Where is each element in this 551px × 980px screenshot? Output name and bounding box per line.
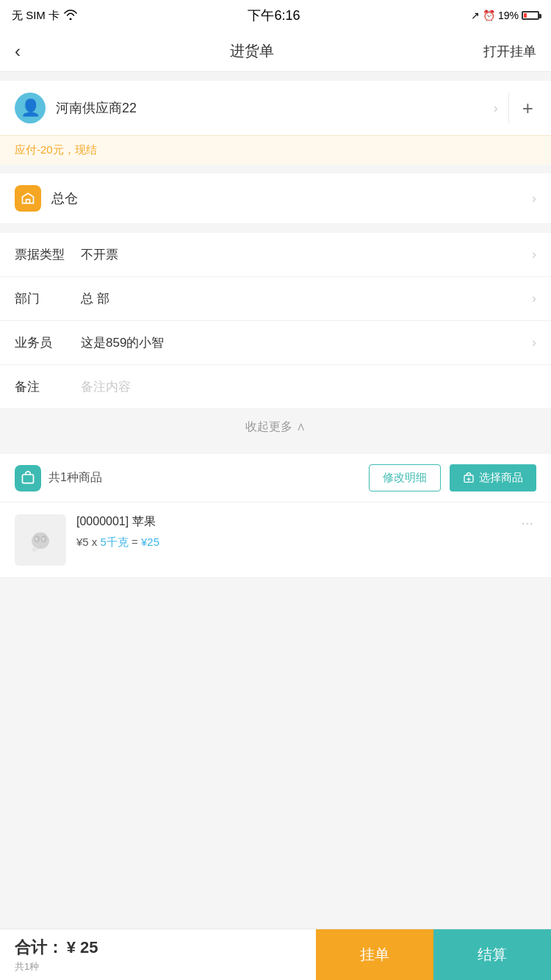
product-icon — [15, 465, 41, 491]
battery-percent: 19% — [498, 10, 519, 21]
status-right: ↗ ⏰ 19% — [471, 10, 539, 21]
invoice-label: 票据类型 — [15, 246, 73, 263]
bottom-spacer — [0, 578, 551, 637]
invoice-row[interactable]: 票据类型 不开票 › — [0, 233, 551, 277]
remark-row[interactable]: 备注 备注内容 — [0, 365, 551, 409]
gap-3 — [0, 224, 551, 233]
divider — [508, 93, 509, 123]
supplier-section: 👤 河南供应商22 › + 应付-20元，现结 — [0, 81, 551, 165]
collapse-label: 收起更多 ∧ — [245, 419, 305, 435]
product-title: 苹果 — [132, 515, 156, 527]
product-header: 共1种商品 修改明细 选择商品 — [0, 454, 551, 502]
product-price: ¥5 — [76, 536, 89, 548]
svg-point-8 — [43, 538, 45, 540]
warehouse-section: 总仓 › — [0, 173, 551, 224]
checkout-button[interactable]: 结算 — [433, 929, 551, 980]
warehouse-name: 总仓 — [51, 190, 532, 207]
sales-row[interactable]: 业务员 这是859的小智 › — [0, 321, 551, 365]
sales-label: 业务员 — [15, 334, 73, 351]
product-price-row: ¥5 x 5千克 = ¥25 — [76, 536, 518, 550]
sales-chevron-icon: › — [532, 335, 536, 350]
notice-text: 应付-20元，现结 — [15, 143, 97, 156]
gap-2 — [0, 165, 551, 173]
bottom-bar: 合计： ¥ 25 共1种 挂单 结算 — [0, 929, 551, 980]
chevron-right-icon: › — [494, 101, 498, 116]
status-time: 下午6:16 — [248, 7, 300, 24]
dept-label: 部门 — [15, 290, 73, 307]
dept-row[interactable]: 部门 总 部 › — [0, 277, 551, 321]
alarm-icon: ⏰ — [483, 10, 495, 21]
svg-point-7 — [37, 538, 38, 540]
status-bar: 无 SIM 卡 下午6:16 ↗ ⏰ 19% — [0, 0, 551, 31]
open-pending-button[interactable]: 打开挂单 — [483, 43, 536, 60]
remark-placeholder: 备注内容 — [73, 378, 536, 395]
product-count-area: 共1种商品 — [15, 465, 102, 491]
dept-value: 总 部 — [73, 290, 532, 307]
form-section: 票据类型 不开票 › 部门 总 部 › 业务员 这是859的小智 › 备注 备注… — [0, 233, 551, 409]
avatar-icon: 👤 — [21, 98, 40, 118]
product-item: 督+ [0000001] 苹果 ¥5 x 5千克 = ¥25 ··· — [0, 502, 551, 578]
hold-button[interactable]: 挂单 — [316, 929, 433, 980]
collapse-button[interactable]: 收起更多 ∧ — [0, 409, 551, 445]
product-name: [0000001] 苹果 — [76, 514, 518, 530]
total-main: 合计： ¥ 25 — [15, 937, 301, 959]
supplier-name: 河南供应商22 — [56, 99, 494, 117]
supplier-avatar: 👤 — [15, 93, 46, 123]
invoice-value: 不开票 — [73, 246, 532, 263]
svg-text:督+: 督+ — [32, 547, 38, 552]
more-options-button[interactable]: ··· — [518, 514, 536, 531]
product-count: 共1种商品 — [48, 470, 102, 486]
product-thumbnail: 督+ — [15, 514, 66, 566]
invoice-chevron-icon: › — [532, 247, 536, 262]
multiply-sign: x — [92, 536, 101, 548]
add-button[interactable]: + — [519, 97, 536, 120]
svg-rect-0 — [23, 475, 34, 483]
dept-chevron-icon: › — [532, 291, 536, 306]
product-section: 共1种商品 修改明细 选择商品 — [0, 454, 551, 578]
gap-4 — [0, 445, 551, 454]
warehouse-chevron-icon: › — [532, 191, 536, 206]
product-actions: 修改明细 选择商品 — [369, 464, 536, 491]
total-value: ¥ 25 — [67, 938, 98, 956]
warehouse-row[interactable]: 总仓 › — [0, 173, 551, 224]
location-icon: ↗ — [471, 10, 480, 21]
battery-icon — [522, 11, 539, 20]
sales-value: 这是859的小智 — [73, 334, 532, 351]
product-info: [0000001] 苹果 ¥5 x 5千克 = ¥25 — [76, 514, 518, 550]
total-area: 合计： ¥ 25 共1种 — [0, 929, 316, 980]
gap-1 — [0, 72, 551, 81]
select-product-button[interactable]: 选择商品 — [450, 464, 536, 491]
product-qty: 5千克 — [101, 536, 129, 548]
remark-label: 备注 — [15, 378, 73, 395]
back-button[interactable]: ‹ — [15, 41, 21, 62]
edit-detail-button[interactable]: 修改明细 — [369, 464, 441, 491]
notice-bar: 应付-20元，现结 — [0, 135, 551, 165]
status-left: 无 SIM 卡 — [12, 9, 77, 23]
warehouse-icon — [15, 185, 41, 212]
equals-sign: = — [132, 536, 141, 548]
select-product-label: 选择商品 — [479, 471, 523, 485]
page-title: 进货单 — [230, 41, 274, 61]
wifi-icon — [64, 10, 77, 22]
total-sub: 共1种 — [15, 960, 301, 973]
product-code: [0000001] — [76, 515, 129, 527]
nav-bar: ‹ 进货单 打开挂单 — [0, 31, 551, 72]
supplier-row[interactable]: 👤 河南供应商22 › + — [0, 81, 551, 135]
product-total: ¥25 — [141, 536, 159, 548]
carrier-text: 无 SIM 卡 — [12, 9, 60, 23]
total-label: 合计： — [15, 938, 63, 956]
